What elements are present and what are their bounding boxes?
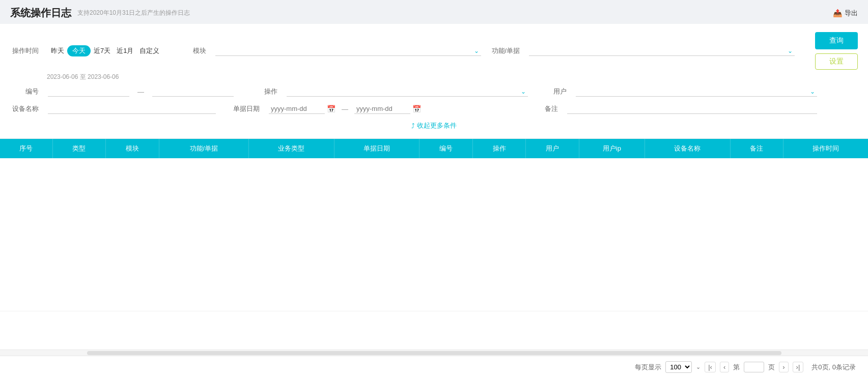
time-btn-1month[interactable]: 近1月 bbox=[114, 45, 136, 56]
chevron-down-icon: ⌄ bbox=[696, 364, 701, 370]
empty-cell bbox=[0, 158, 868, 311]
page-subtitle: 支持2020年10月31日之后产生的操作日志 bbox=[77, 9, 190, 17]
data-table: 序号 类型 模块 功能/单据 业务类型 单据日期 编号 操作 用户 用户ip 设… bbox=[0, 139, 868, 311]
scroll-bar-area[interactable] bbox=[0, 350, 868, 356]
operation-label: 操作 bbox=[249, 87, 277, 96]
time-btn-custom[interactable]: 自定义 bbox=[136, 45, 162, 56]
collapse-row: ⤴ 收起更多条件 bbox=[10, 121, 858, 133]
module-input[interactable] bbox=[217, 47, 472, 54]
func-dropdown-arrow: ⌄ bbox=[788, 47, 793, 54]
page-label: 第 bbox=[733, 363, 740, 372]
col-module: 模块 bbox=[106, 139, 159, 158]
col-operation: 操作 bbox=[472, 139, 525, 158]
table-wrapper: 序号 类型 模块 功能/单据 业务类型 单据日期 编号 操作 用户 用户ip 设… bbox=[0, 139, 868, 350]
func-input[interactable] bbox=[531, 47, 786, 54]
remark-filter-item: 备注 bbox=[529, 104, 818, 114]
scroll-bar-track[interactable] bbox=[87, 351, 781, 355]
collapse-button[interactable]: ⤴ 收起更多条件 bbox=[411, 121, 457, 130]
first-page-button[interactable]: |‹ bbox=[705, 362, 716, 372]
number-filter-item: 编号 — bbox=[10, 86, 234, 97]
date-range-group: 📅 — 📅 bbox=[269, 104, 421, 114]
date-to-input[interactable] bbox=[354, 104, 410, 114]
col-device: 设备名称 bbox=[645, 139, 730, 158]
page-number-input[interactable]: 1 bbox=[744, 362, 764, 372]
date-from-input[interactable] bbox=[269, 104, 325, 114]
filter-panel: 操作时间 昨天 今天 近7天 近1月 自定义 模块 ⌄ 功能/单据 bbox=[0, 24, 868, 139]
func-filter-item: 功能/单据 ⌄ bbox=[491, 46, 795, 56]
action-buttons: 查询 设置 bbox=[815, 32, 858, 70]
time-btn-yesterday[interactable]: 昨天 bbox=[48, 45, 67, 56]
query-button[interactable]: 查询 bbox=[815, 32, 858, 49]
prev-page-button[interactable]: ‹ bbox=[720, 362, 729, 372]
user-dropdown-arrow: ⌄ bbox=[810, 88, 815, 95]
time-label: 操作时间 bbox=[10, 46, 39, 55]
user-input[interactable] bbox=[578, 88, 808, 95]
user-filter-item: 用户 ⌄ bbox=[538, 86, 817, 97]
page-total: 共0页, 0条记录 bbox=[811, 363, 856, 372]
settings-button[interactable]: 设置 bbox=[815, 53, 858, 70]
number-from-input[interactable] bbox=[48, 86, 129, 97]
col-user-ip: 用户ip bbox=[579, 139, 645, 158]
filter-row-1: 操作时间 昨天 今天 近7天 近1月 自定义 模块 ⌄ 功能/单据 bbox=[10, 32, 858, 70]
empty-row bbox=[0, 158, 868, 311]
table-header-row: 序号 类型 模块 功能/单据 业务类型 单据日期 编号 操作 用户 用户ip 设… bbox=[0, 139, 868, 158]
remark-input[interactable] bbox=[567, 104, 818, 114]
table-body bbox=[0, 158, 868, 311]
col-index: 序号 bbox=[0, 139, 52, 158]
export-label: 导出 bbox=[845, 9, 858, 18]
user-label: 用户 bbox=[538, 87, 567, 96]
time-btn-today[interactable]: 今天 bbox=[67, 45, 91, 56]
module-label: 模块 bbox=[178, 46, 206, 55]
func-label: 功能/单据 bbox=[491, 46, 520, 55]
time-btn-7days[interactable]: 近7天 bbox=[91, 45, 114, 56]
operation-dropdown[interactable]: ⌄ bbox=[287, 86, 528, 97]
export-icon: 📤 bbox=[833, 9, 843, 18]
doc-date-label: 单据日期 bbox=[231, 104, 260, 113]
pagination-bar: 每页显示 100 50 200 ⌄ |‹ ‹ 第 1 页 › ›| 共0页, 0… bbox=[0, 356, 868, 378]
col-biz-type: 业务类型 bbox=[249, 139, 334, 158]
calendar-to-icon[interactable]: 📅 bbox=[412, 105, 421, 113]
module-dropdown[interactable]: ⌄ bbox=[215, 46, 481, 56]
module-dropdown-arrow: ⌄ bbox=[474, 47, 479, 54]
col-func: 功能/单据 bbox=[159, 139, 248, 158]
operation-filter-item: 操作 ⌄ bbox=[249, 86, 528, 97]
filter-row-3: 设备名称 单据日期 📅 — 📅 备注 bbox=[10, 104, 858, 114]
col-user: 用户 bbox=[526, 139, 579, 158]
page-unit: 页 bbox=[768, 363, 775, 372]
module-filter-item: 模块 ⌄ bbox=[178, 46, 481, 56]
time-range-display: 2023-06-06 至 2023-06-06 bbox=[47, 73, 119, 80]
device-input[interactable] bbox=[48, 104, 216, 114]
col-number: 编号 bbox=[419, 139, 472, 158]
device-label: 设备名称 bbox=[10, 104, 39, 113]
operation-dropdown-arrow: ⌄ bbox=[521, 88, 526, 95]
col-type: 类型 bbox=[52, 139, 105, 158]
col-doc-date: 单据日期 bbox=[334, 139, 419, 158]
doc-date-filter-item: 单据日期 📅 — 📅 bbox=[231, 104, 519, 114]
number-range-sep: — bbox=[137, 88, 144, 96]
last-page-button[interactable]: ›| bbox=[793, 362, 804, 372]
remark-label: 备注 bbox=[529, 104, 558, 113]
next-page-button[interactable]: › bbox=[779, 362, 788, 372]
user-dropdown[interactable]: ⌄ bbox=[576, 86, 817, 97]
collapse-label: 收起更多条件 bbox=[417, 121, 457, 130]
page-header: 系统操作日志 支持2020年10月31日之后产生的操作日志 📤 导出 bbox=[0, 0, 868, 24]
page-title: 系统操作日志 bbox=[10, 6, 71, 20]
number-label: 编号 bbox=[10, 87, 39, 96]
number-to-input[interactable] bbox=[152, 86, 234, 97]
operation-input[interactable] bbox=[289, 88, 519, 95]
page-size-select[interactable]: 100 50 200 bbox=[665, 361, 692, 373]
col-remark: 备注 bbox=[730, 139, 783, 158]
header-left: 系统操作日志 支持2020年10月31日之后产生的操作日志 bbox=[10, 6, 190, 20]
time-filter-group: 昨天 今天 近7天 近1月 自定义 bbox=[48, 45, 162, 56]
time-filter-item: 操作时间 昨天 今天 近7天 近1月 自定义 bbox=[10, 45, 162, 56]
page-size-label: 每页显示 bbox=[635, 363, 661, 372]
filter-row-2: 编号 — 操作 ⌄ 用户 ⌄ bbox=[10, 86, 858, 97]
date-range-sep: — bbox=[342, 105, 348, 113]
calendar-from-icon[interactable]: 📅 bbox=[327, 105, 335, 113]
func-dropdown[interactable]: ⌄ bbox=[529, 46, 795, 56]
device-filter-item: 设备名称 bbox=[10, 104, 216, 114]
col-op-time: 操作时间 bbox=[783, 139, 868, 158]
export-button[interactable]: 📤 导出 bbox=[833, 9, 858, 18]
collapse-up-icon: ⤴ bbox=[411, 122, 415, 130]
